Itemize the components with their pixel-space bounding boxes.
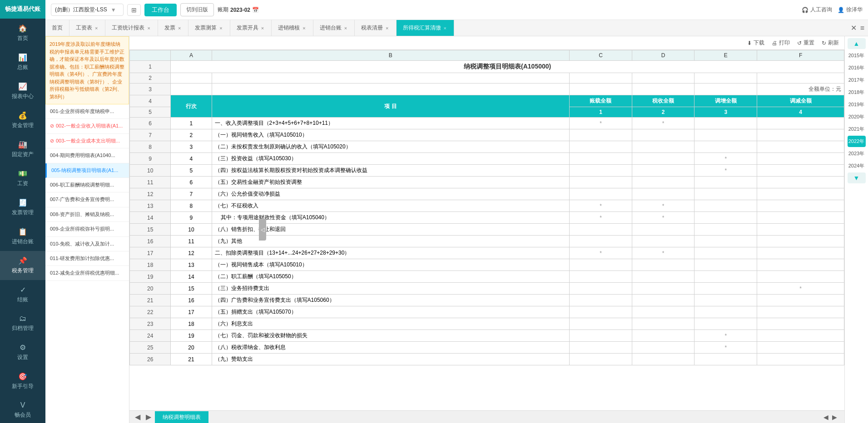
- doc-list: 001-企业所得税年度纳税申... ⊘002-一般企业收入明细表(A1... ⊘…: [45, 104, 129, 423]
- tab-invoice-calc[interactable]: 发票测算 ×: [188, 20, 230, 36]
- table-row: 11 6 （五）交易性金融资产初始投资调整: [130, 177, 844, 188]
- spreadsheet-container[interactable]: A B C D E F 1 纳税调整项目明细表(A105000): [129, 50, 844, 410]
- sidebar-item-guide[interactable]: 🎯 新手引导: [0, 367, 45, 396]
- company-select[interactable]: (勿删）江西股堂-LSS ▼: [51, 4, 124, 16]
- settlement-icon: ✓: [20, 285, 26, 294]
- content-body: 2019年度涉及取以前年度继续纳税的申报表单元格需要手工维护正确，才能保证本年及…: [45, 36, 868, 423]
- headset-icon: 🎧: [802, 7, 808, 13]
- tab-input-tax[interactable]: 进销稽核 ×: [272, 20, 313, 36]
- asset-icon: 💰: [18, 111, 27, 120]
- sidebar-item-settlement[interactable]: ✓ 结账: [0, 280, 45, 309]
- support-link[interactable]: 🎧 人工咨询: [802, 6, 832, 14]
- user-menu[interactable]: 👤 徐泽华: [838, 6, 863, 14]
- col-header-E: E: [694, 50, 757, 61]
- sheet-scroll-left[interactable]: ◀: [823, 413, 828, 421]
- ledger2-icon: 📋: [18, 227, 27, 236]
- table-row: 18 13 （一）视同销售成本（填写A105010）: [130, 259, 844, 271]
- tab-bar-actions: ✕ ≡: [847, 24, 868, 32]
- workbench-button[interactable]: 工作台: [144, 4, 177, 16]
- guide-icon: 🎯: [18, 372, 27, 381]
- tab-input-ledger[interactable]: 进销台账 ×: [313, 20, 355, 36]
- tab-close-income-tax[interactable]: ×: [443, 25, 447, 31]
- tab-close-input-tax[interactable]: ×: [302, 25, 306, 31]
- sidebar-item-asset-mgmt[interactable]: 💰 资金管理: [0, 106, 45, 135]
- sidebar-item-settings[interactable]: ⚙ 设置: [0, 338, 45, 367]
- tab-close-input-ledger[interactable]: ×: [343, 25, 348, 31]
- sheet-nav-right[interactable]: ▶: [144, 413, 153, 421]
- table-row: 25 20 （八）税收滞纳金、加收利息 *: [130, 342, 844, 354]
- year-2021[interactable]: 2021年: [848, 123, 866, 135]
- sheet-nav-left[interactable]: ◀: [133, 413, 142, 421]
- sheet-table: A B C D E F 1 纳税调整项目明细表(A105000): [129, 50, 844, 365]
- col-hangci-header: 行次: [171, 95, 212, 118]
- table-row: 9 4 （三）投资收益（填写A105030） *: [130, 153, 844, 165]
- copy-icon-btn[interactable]: ⊞: [127, 4, 141, 16]
- col-tianjian-header: 调减全额: [757, 95, 844, 107]
- year-nav-down[interactable]: ▼: [848, 172, 866, 183]
- tab-close-invoice-calc[interactable]: ×: [218, 25, 223, 31]
- doc-004[interactable]: 004-期间费用明细表(A1040...: [45, 148, 129, 163]
- doc-006[interactable]: 006-职工薪酬纳税调整明细...: [45, 178, 129, 192]
- sidebar-item-report-center[interactable]: 📈 报表中心: [0, 77, 45, 106]
- doc-002[interactable]: ⊘002-一般企业收入明细表(A1...: [45, 119, 129, 133]
- doc-012[interactable]: 012-减免企业所得税优惠明细...: [45, 266, 129, 280]
- right-panel: ⬇ 下载 🖨 打印 ↺ 重置 ↻ 刷新: [129, 36, 844, 423]
- year-2019[interactable]: 2019年: [848, 99, 866, 110]
- doc-008[interactable]: 008-资产折旧、摊销及纳税...: [45, 207, 129, 222]
- doc-009[interactable]: 009-企业所得税弥补亏损明...: [45, 222, 129, 236]
- panel-toggle[interactable]: ◁: [259, 219, 266, 241]
- sheet-scroll-right[interactable]: ▶: [832, 413, 837, 421]
- tab-invoice-open[interactable]: 发票开具 ×: [230, 20, 272, 36]
- sidebar-item-input-ledger[interactable]: 📋 进销台账: [0, 222, 45, 251]
- doc-003[interactable]: ⊘003-一般企业成本支出明细...: [45, 134, 129, 148]
- tab-close-invoice[interactable]: ×: [177, 25, 182, 31]
- table-row: 20 15 （三）业务招待费支出 *: [130, 283, 844, 295]
- sidebar-item-invoice-mgmt[interactable]: 🧾 发票管理: [0, 193, 45, 222]
- tab-close-salary[interactable]: ×: [94, 25, 99, 31]
- doc-010[interactable]: 010-免税、减计收入及加计...: [45, 237, 129, 251]
- tab-close-salary-stat[interactable]: ×: [146, 25, 151, 31]
- year-nav-up[interactable]: ▲: [848, 38, 866, 49]
- print-button[interactable]: 🖨 打印: [772, 39, 790, 47]
- company-label: (勿删）江西股堂-LSS: [55, 6, 107, 14]
- doc-011[interactable]: 011-研发费用加计扣除优惠...: [45, 251, 129, 266]
- sidebar-item-general-ledger[interactable]: 📊 总账: [0, 48, 45, 77]
- tab-salary-stat[interactable]: 工资统计报表 ×: [105, 20, 158, 36]
- tab-home[interactable]: 首页: [45, 20, 69, 36]
- year-2017[interactable]: 2017年: [848, 74, 866, 86]
- doc-001[interactable]: 001-企业所得税年度纳税申...: [45, 104, 129, 119]
- refresh-button[interactable]: ↻ 刷新: [822, 39, 839, 47]
- year-2024[interactable]: 2024年: [848, 160, 866, 172]
- doc-005[interactable]: 005-纳税调整项目明细表(A1...: [45, 163, 129, 178]
- sheet-tab-active[interactable]: 纳税调整明细表: [155, 411, 208, 423]
- sidebar-item-tax-mgmt[interactable]: 📌 税务管理: [0, 251, 45, 280]
- tab-invoice[interactable]: 发票 ×: [158, 20, 188, 36]
- close-all-tabs[interactable]: ✕: [851, 24, 857, 32]
- year-2015[interactable]: 2015年: [848, 50, 866, 61]
- download-button[interactable]: ⬇ 下载: [747, 39, 764, 47]
- tab-tax-clear[interactable]: 税表清册 ×: [355, 20, 396, 36]
- sidebar-item-home[interactable]: 🏠 首页: [0, 19, 45, 48]
- sidebar-item-archive[interactable]: 🗂 归档管理: [0, 309, 45, 338]
- switch-old-button[interactable]: 切到旧版: [180, 3, 214, 16]
- sidebar-item-fixed-assets[interactable]: 🏭 固定资产: [0, 135, 45, 164]
- sheet-title: 纳税调整项目明细表(A105000): [171, 61, 844, 73]
- year-2018[interactable]: 2018年: [848, 87, 866, 98]
- year-2016[interactable]: 2016年: [848, 62, 866, 74]
- tab-overflow-menu[interactable]: ≡: [860, 24, 864, 32]
- tab-salary[interactable]: 工资表 ×: [69, 20, 105, 36]
- col-zhangzai-header: 账载全额: [570, 95, 632, 107]
- sidebar-item-member[interactable]: V 畅会员: [0, 396, 45, 423]
- year-2022[interactable]: 2022年: [848, 136, 866, 147]
- year-2020[interactable]: 2020年: [848, 111, 866, 123]
- tab-close-invoice-open[interactable]: ×: [260, 25, 265, 31]
- table-row: 23 18 （六）利息支出: [130, 318, 844, 330]
- doc-007[interactable]: 007-广告费和业务宣传费明...: [45, 192, 129, 207]
- table-row: 15 10 （八）销售折扣、折让和退回: [130, 224, 844, 236]
- reset-button[interactable]: ↺ 重置: [797, 39, 814, 47]
- tab-income-tax[interactable]: 所得税汇算清缴 ×: [397, 20, 454, 36]
- sidebar-item-salary[interactable]: 💵 工资: [0, 164, 45, 193]
- tab-close-tax-clear[interactable]: ×: [385, 25, 389, 31]
- year-2023[interactable]: 2023年: [848, 148, 866, 159]
- unit-label: 全额单位：元: [757, 84, 844, 95]
